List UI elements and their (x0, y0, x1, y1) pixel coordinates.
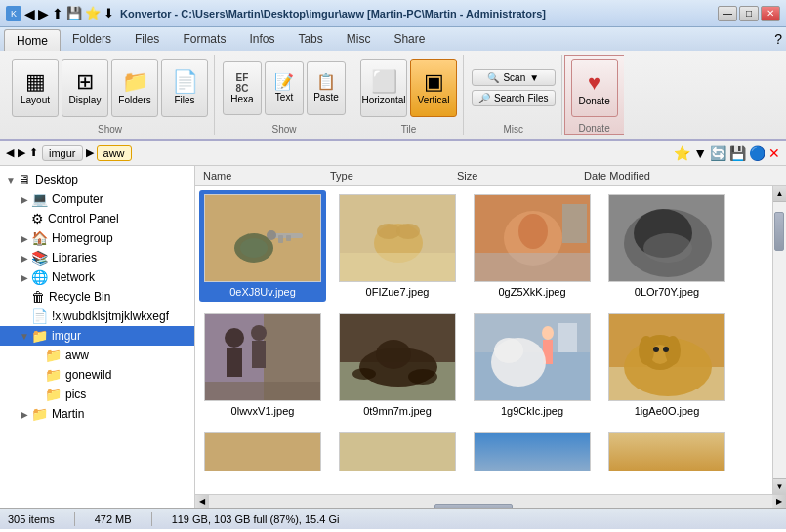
sidebar-item-network[interactable]: ▶ 🌐 Network (0, 267, 194, 287)
imgur-icon: 📁 (31, 328, 48, 344)
sidebar-item-longname[interactable]: 📄 !xjwubdklsjtmjklwkxegf (0, 307, 194, 326)
display-button[interactable]: ⊞ Display (62, 59, 108, 117)
horiz-scroll[interactable]: ◀ ▶ (195, 494, 786, 508)
scroll-up[interactable]: ▲ (773, 186, 786, 202)
file-item-7[interactable]: 1igAe0O.jpeg (603, 309, 730, 421)
file-item-10[interactable] (469, 429, 596, 479)
hexa-icon: EF8C (236, 72, 249, 94)
svg-point-25 (251, 325, 267, 341)
svg-rect-27 (205, 382, 320, 401)
sidebar-item-libraries[interactable]: ▶ 📚 Libraries (0, 248, 194, 267)
toolbar-icon-1[interactable]: ⭐ (674, 145, 690, 161)
status-items: 305 items (8, 513, 55, 525)
tab-infos[interactable]: Infos (237, 27, 286, 51)
minimize-button[interactable]: — (718, 6, 737, 21)
scrollbar[interactable]: ▲ ▼ (772, 186, 786, 494)
scroll-left[interactable]: ◀ (195, 495, 209, 509)
quick-icon-2[interactable]: ▶ (38, 6, 49, 21)
longname-icon: 📄 (31, 308, 48, 324)
scan-button[interactable]: 🔍 Scan ▼ (472, 69, 556, 86)
svg-rect-50 (205, 432, 320, 471)
title-bar-icons: K ◀ ▶ ⬆ 💾 ⭐ ⬇ (6, 6, 114, 21)
sidebar-item-control-panel[interactable]: ⚙ Control Panel (0, 209, 194, 228)
sidebar-item-recycle-bin[interactable]: 🗑 Recycle Bin (0, 287, 194, 307)
donate-button[interactable]: ♥ Donate (571, 59, 618, 117)
col-type[interactable]: Type (322, 168, 449, 184)
horizontal-button[interactable]: ⬜ Horizontal (360, 59, 407, 117)
toolbar-icon-3[interactable]: 🔄 (710, 145, 726, 161)
file-item-5[interactable]: 0t9mn7m.jpeg (334, 309, 461, 421)
ribbon-help[interactable]: ? (774, 27, 782, 51)
scan-icon: 🔍 (487, 72, 499, 83)
status-sep-2 (151, 512, 152, 526)
file-thumb-2 (474, 194, 591, 282)
layout-button[interactable]: ▦ Layout (12, 59, 59, 117)
donate-icon: ♥ (588, 70, 600, 96)
svg-point-49 (663, 347, 669, 352)
paste-button[interactable]: 📋 Paste (307, 61, 346, 115)
layout-icon: ▦ (25, 71, 46, 93)
file-item-4[interactable]: 0lwvxV1.jpeg (199, 309, 326, 421)
scroll-down[interactable]: ▼ (773, 478, 786, 494)
file-item-8[interactable] (199, 429, 326, 479)
file-item-9[interactable] (334, 429, 461, 479)
sidebar-item-homegroup[interactable]: ▶ 🏠 Homegroup (0, 228, 194, 248)
folders-button[interactable]: 📁 Folders (111, 59, 158, 117)
text-button[interactable]: 📝 Text (265, 61, 304, 115)
file-item-1[interactable]: 0FIZue7.jpeg (334, 190, 461, 302)
files-button[interactable]: 📄 Files (161, 59, 208, 117)
scroll-thumb[interactable] (774, 212, 784, 251)
sidebar-item-martin[interactable]: ▶ 📁 Martin (0, 404, 194, 424)
col-date[interactable]: Date Modified (576, 168, 786, 184)
file-item-6[interactable]: 1g9CkIc.jpeg (469, 309, 596, 421)
file-item-11[interactable] (603, 429, 730, 479)
window-controls: — □ ✕ (718, 6, 780, 21)
col-size[interactable]: Size (449, 168, 576, 184)
libraries-expand: ▶ (18, 253, 31, 264)
back-btn[interactable]: ◀ (6, 146, 14, 159)
breadcrumb-aww[interactable]: aww (97, 145, 132, 161)
vertical-button[interactable]: ▣ Vertical (410, 59, 457, 117)
quick-icon-arrow[interactable]: ⬇ (103, 6, 114, 21)
sidebar-item-computer[interactable]: ▶ 💻 Computer (0, 189, 194, 209)
search-files-button[interactable]: 🔎 Search Files (472, 90, 556, 106)
toolbar-icon-2[interactable]: ▼ (693, 145, 707, 161)
tab-folders[interactable]: Folders (61, 27, 123, 51)
sidebar-item-desktop[interactable]: ▼ 🖥 Desktop (0, 170, 194, 189)
quick-icon-save[interactable]: 💾 (66, 6, 82, 21)
show1-buttons: ▦ Layout ⊞ Display 📁 Folders 📄 Files (12, 55, 208, 121)
toolbar-icon-4[interactable]: 💾 (729, 145, 746, 161)
forward-btn[interactable]: ▶ (18, 146, 25, 159)
tab-tabs[interactable]: Tabs (286, 27, 334, 51)
col-name[interactable]: Name (195, 168, 322, 184)
file-item-2[interactable]: 0gZ5XkK.jpeg (469, 190, 596, 302)
martin-expand: ▶ (18, 409, 31, 420)
up-btn[interactable]: ⬆ (29, 146, 38, 159)
sidebar-item-imgur[interactable]: ▼ 📁 imgur (0, 326, 194, 346)
tab-formats[interactable]: Formats (171, 27, 237, 51)
quick-icon-1[interactable]: ◀ (24, 6, 35, 21)
horiz-thumb[interactable] (434, 504, 513, 509)
status-size: 472 MB (95, 513, 132, 525)
file-item-3[interactable]: 0LOr70Y.jpeg (603, 190, 730, 302)
toolbar-icon-close[interactable]: ✕ (768, 145, 780, 161)
thumb-svg-1 (340, 194, 455, 282)
file-item-0[interactable]: 0eXJ8Uv.jpeg (199, 190, 326, 302)
sidebar-item-aww[interactable]: 📁 aww (0, 346, 194, 365)
quick-icon-star[interactable]: ⭐ (85, 6, 101, 21)
scroll-right[interactable]: ▶ (772, 495, 786, 509)
svg-point-10 (396, 224, 420, 239)
tab-share[interactable]: Share (382, 27, 436, 51)
hexa-button[interactable]: EF8C Hexa (223, 61, 262, 115)
tab-home[interactable]: Home (4, 29, 61, 51)
maximize-button[interactable]: □ (739, 6, 759, 21)
quick-icon-3[interactable]: ⬆ (52, 6, 63, 21)
tab-misc[interactable]: Misc (335, 27, 383, 51)
tab-files[interactable]: Files (123, 27, 171, 51)
close-button[interactable]: ✕ (761, 6, 780, 21)
breadcrumb-imgur[interactable]: imgur (42, 145, 83, 161)
sidebar-item-pics[interactable]: 📁 pics (0, 385, 194, 404)
svg-rect-24 (227, 348, 242, 377)
toolbar-icon-5[interactable]: 🔵 (749, 145, 765, 161)
sidebar-item-gonewild[interactable]: 📁 gonewild (0, 365, 194, 385)
